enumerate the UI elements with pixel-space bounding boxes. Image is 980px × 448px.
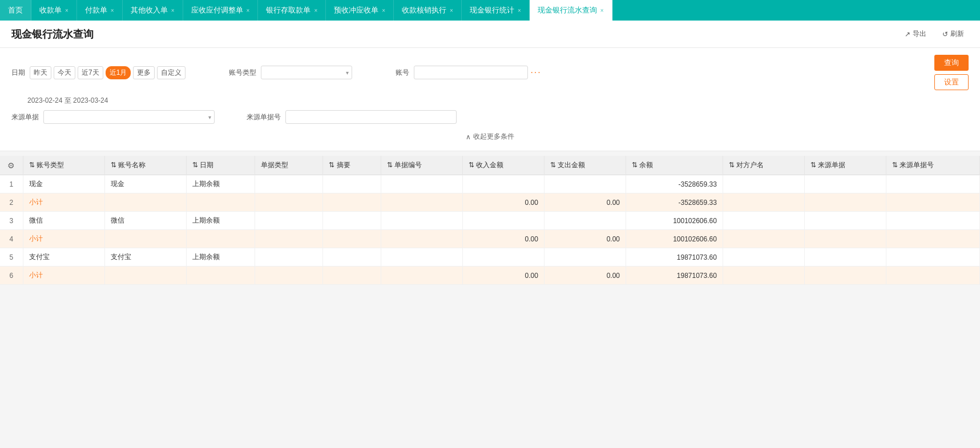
cell-doc_no (381, 230, 462, 248)
cell-counterparty (723, 248, 804, 267)
col-doc-type[interactable]: 单据类型 (255, 156, 323, 175)
col-account-type[interactable]: ⇅ 账号类型 (23, 156, 104, 175)
cell-summary (323, 230, 381, 248)
col-summary[interactable]: ⇅ 摘要 (323, 156, 381, 175)
close-ar-ap-icon[interactable]: × (247, 7, 250, 14)
cell-summary (323, 267, 381, 285)
col-expense[interactable]: ⇅ 支出金额 (544, 156, 626, 175)
date-btn-custom[interactable]: 自定义 (157, 66, 185, 79)
close-other-income-icon[interactable]: × (171, 7, 175, 14)
col-source-doc-no[interactable]: ⇅ 来源单据号 (886, 156, 980, 175)
close-payments-icon[interactable]: × (111, 7, 114, 14)
date-btn-7days[interactable]: 近7天 (78, 66, 103, 79)
date-btn-yesterday[interactable]: 昨天 (30, 66, 51, 79)
cell-summary (323, 193, 381, 212)
export-button[interactable]: ↗ 导出 (900, 27, 931, 41)
col-summary-label: ⇅ 摘要 (329, 161, 350, 169)
table-settings-icon[interactable]: ⚙ (7, 161, 15, 170)
cell-account_name (104, 230, 186, 248)
cell-index: 4 (0, 230, 23, 248)
col-balance[interactable]: ⇅ 余额 (626, 156, 723, 175)
source-doc-no-label: 来源单据号 (247, 112, 281, 122)
table-row[interactable]: 2小计0.000.00-3528659.33 (0, 193, 980, 212)
nav-cash-bank-flow[interactable]: 现金银行流水查询 × (530, 0, 612, 21)
cell-income (462, 212, 544, 230)
table-row[interactable]: 5支付宝支付宝上期余额19871073.60 (0, 248, 980, 267)
nav-home[interactable]: 首页 (0, 0, 31, 21)
close-receipts-icon[interactable]: × (65, 7, 68, 14)
col-source-doc[interactable]: ⇅ 来源单据 (804, 156, 886, 175)
query-button[interactable]: 查询 (934, 55, 969, 71)
table-row[interactable]: 3微信微信上期余额100102606.60 (0, 212, 980, 230)
nav-other-income[interactable]: 其他收入单 × (123, 0, 183, 21)
date-btn-today[interactable]: 今天 (54, 66, 75, 79)
account-no-input[interactable] (414, 66, 528, 79)
filter-area: 日期 昨天 今天 近7天 近1月 更多 自定义 账号类型 ▾ 账号 (0, 48, 980, 151)
close-advance-offset-icon[interactable]: × (382, 7, 385, 14)
cell-income: 0.00 (462, 193, 544, 212)
col-account-name[interactable]: ⇅ 账号名称 (104, 156, 186, 175)
refresh-button[interactable]: ↺ 刷新 (938, 27, 969, 41)
date-btn-more[interactable]: 更多 (133, 66, 155, 79)
cell-account_type: 现金 (23, 175, 104, 193)
source-doc-no-input[interactable] (285, 110, 457, 124)
col-balance-label: ⇅ 余额 (632, 161, 653, 169)
source-doc-select-wrapper: ▾ (43, 110, 215, 124)
cell-source_doc_no (886, 212, 980, 230)
account-type-select[interactable] (261, 66, 352, 79)
nav-cash-bank-stats[interactable]: 现金银行统计 × (462, 0, 530, 21)
nav-collection-exec[interactable]: 收款核销执行 × (394, 0, 462, 21)
nav-ar-ap-adjust[interactable]: 应收应付调整单 × (183, 0, 259, 21)
table-row[interactable]: 4小计0.000.00100102606.60 (0, 230, 980, 248)
cell-date: 上期余额 (186, 248, 255, 267)
data-table-container: ⚙ ⇅ 账号类型 ⇅ 账号名称 ⇅ 日期 单据类型 ⇅ 摘要 ⇅ (0, 156, 980, 285)
cell-date (186, 193, 255, 212)
table-row[interactable]: 1现金现金上期余额-3528659.33 (0, 175, 980, 193)
col-account-name-label: ⇅ 账号名称 (111, 161, 146, 169)
cell-source_doc (804, 267, 886, 285)
col-date[interactable]: ⇅ 日期 (186, 156, 255, 175)
table-header: ⚙ ⇅ 账号类型 ⇅ 账号名称 ⇅ 日期 单据类型 ⇅ 摘要 ⇅ (0, 156, 980, 175)
nav-bank-withdraw[interactable]: 银行存取款单 × (258, 0, 326, 21)
source-doc-select[interactable] (43, 110, 215, 124)
cell-balance: 100102606.60 (626, 212, 723, 230)
cell-doc_no (381, 267, 462, 285)
source-doc-filter-group: 来源单据 ▾ (11, 110, 215, 124)
close-cash-flow-icon[interactable]: × (600, 7, 604, 14)
date-range-display: 2023-02-24 至 2023-03-24 (27, 96, 969, 106)
close-collection-exec-icon[interactable]: × (450, 7, 453, 14)
col-settings[interactable]: ⚙ (0, 156, 23, 175)
nav-receipts[interactable]: 收款单 × (31, 0, 77, 21)
table-row[interactable]: 6小计0.000.0019871073.60 (0, 267, 980, 285)
cell-doc_no (381, 175, 462, 193)
cell-expense: 0.00 (544, 267, 626, 285)
cell-account_type: 微信 (23, 212, 104, 230)
close-bank-withdraw-icon[interactable]: × (314, 7, 317, 14)
collapse-label: 收起更多条件 (473, 132, 514, 142)
col-counterparty[interactable]: ⇅ 对方户名 (723, 156, 804, 175)
cell-account_type: 小计 (23, 230, 104, 248)
nav-advance-offset[interactable]: 预收冲应收单 × (326, 0, 394, 21)
date-btn-1month[interactable]: 近1月 (106, 66, 131, 79)
col-doc-type-label: 单据类型 (261, 161, 288, 169)
account-no-more-icon[interactable]: ··· (530, 67, 541, 78)
account-type-label: 账号类型 (229, 68, 256, 78)
cell-expense (544, 248, 626, 267)
cell-counterparty (723, 175, 804, 193)
cell-date (186, 267, 255, 285)
date-shortcuts: 昨天 今天 近7天 近1月 更多 自定义 (30, 66, 185, 79)
cell-doc_type (255, 193, 323, 212)
cell-date (186, 230, 255, 248)
cell-index: 1 (0, 175, 23, 193)
nav-payments[interactable]: 付款单 × (77, 0, 123, 21)
col-doc-no[interactable]: ⇅ 单据编号 (381, 156, 462, 175)
cell-expense: 0.00 (544, 230, 626, 248)
cell-counterparty (723, 230, 804, 248)
close-cash-stats-icon[interactable]: × (518, 7, 521, 14)
collapse-up-icon: ∧ (466, 133, 471, 141)
collapse-filters-bar[interactable]: ∧ 收起更多条件 (11, 130, 969, 144)
cell-doc_no (381, 212, 462, 230)
col-income[interactable]: ⇅ 收入金额 (462, 156, 544, 175)
cell-account_name (104, 193, 186, 212)
settings-button[interactable]: 设置 (934, 74, 969, 90)
